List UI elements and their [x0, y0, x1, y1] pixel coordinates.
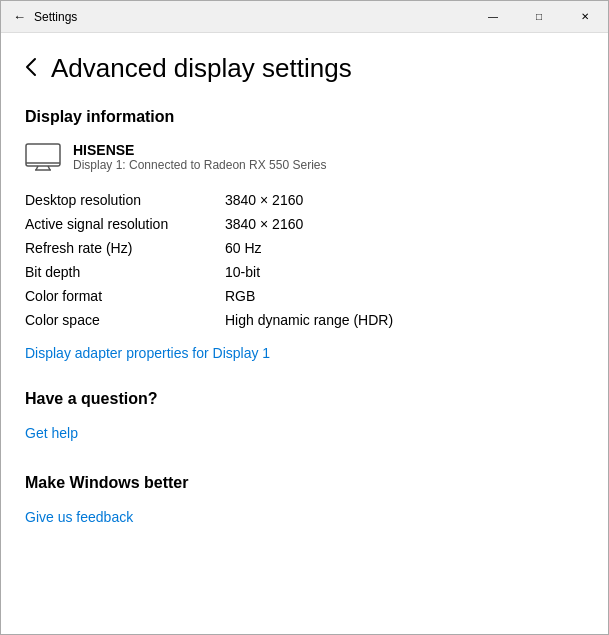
title-bar-controls: — □ ✕: [470, 1, 608, 33]
make-windows-better-section: Make Windows better Give us feedback: [25, 474, 584, 526]
display-info-table: Desktop resolution 3840 × 2160 Active si…: [25, 188, 584, 332]
display-information-section: Display information HISENSE Display 1: C…: [25, 108, 584, 362]
title-bar-left: ← Settings: [13, 9, 77, 24]
value-active-signal-resolution: 3840 × 2160: [225, 216, 303, 232]
maximize-button[interactable]: □: [516, 1, 562, 33]
settings-window: ← Settings — □ ✕ Advanced display settin…: [0, 0, 609, 635]
value-desktop-resolution: 3840 × 2160: [225, 192, 303, 208]
page-header: Advanced display settings: [25, 53, 584, 84]
value-color-space: High dynamic range (HDR): [225, 312, 393, 328]
back-arrow-icon[interactable]: ←: [13, 9, 26, 24]
display-information-title: Display information: [25, 108, 584, 126]
page-title: Advanced display settings: [51, 53, 352, 84]
page-back-button[interactable]: [25, 57, 37, 80]
minimize-button[interactable]: —: [470, 1, 516, 33]
get-help-link[interactable]: Get help: [25, 425, 78, 441]
value-bit-depth: 10-bit: [225, 264, 260, 280]
label-color-space: Color space: [25, 312, 225, 328]
window-title: Settings: [34, 10, 77, 24]
value-color-format: RGB: [225, 288, 255, 304]
label-active-signal-resolution: Active signal resolution: [25, 216, 225, 232]
info-row-refresh-rate: Refresh rate (Hz) 60 Hz: [25, 236, 584, 260]
display-info-header: HISENSE Display 1: Connected to Radeon R…: [25, 142, 584, 172]
info-row-desktop-resolution: Desktop resolution 3840 × 2160: [25, 188, 584, 212]
label-desktop-resolution: Desktop resolution: [25, 192, 225, 208]
value-refresh-rate: 60 Hz: [225, 240, 262, 256]
display-name-block: HISENSE Display 1: Connected to Radeon R…: [73, 142, 326, 172]
monitor-name: HISENSE: [73, 142, 326, 158]
label-color-format: Color format: [25, 288, 225, 304]
adapter-properties-link[interactable]: Display adapter properties for Display 1: [25, 345, 270, 361]
label-refresh-rate: Refresh rate (Hz): [25, 240, 225, 256]
make-windows-better-title: Make Windows better: [25, 474, 584, 492]
info-row-bit-depth: Bit depth 10-bit: [25, 260, 584, 284]
monitor-icon: [25, 143, 61, 171]
page-content: Advanced display settings Display inform…: [1, 33, 608, 634]
have-a-question-section: Have a question? Get help: [25, 390, 584, 442]
give-feedback-link[interactable]: Give us feedback: [25, 509, 133, 525]
label-bit-depth: Bit depth: [25, 264, 225, 280]
have-a-question-title: Have a question?: [25, 390, 584, 408]
info-row-active-signal-resolution: Active signal resolution 3840 × 2160: [25, 212, 584, 236]
close-button[interactable]: ✕: [562, 1, 608, 33]
info-row-color-format: Color format RGB: [25, 284, 584, 308]
monitor-subtitle: Display 1: Connected to Radeon RX 550 Se…: [73, 158, 326, 172]
title-bar: ← Settings — □ ✕: [1, 1, 608, 33]
info-row-color-space: Color space High dynamic range (HDR): [25, 308, 584, 332]
